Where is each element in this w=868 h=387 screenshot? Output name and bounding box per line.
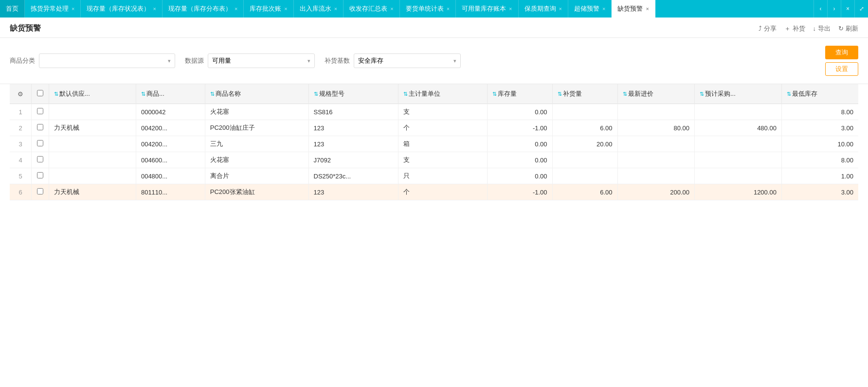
select-all-checkbox[interactable] bbox=[37, 90, 43, 96]
nav-tab-4[interactable]: 库存批次账× bbox=[244, 0, 293, 18]
replenish-action[interactable]: ＋ 补货 bbox=[784, 24, 805, 33]
close-tab-6-icon[interactable]: × bbox=[390, 6, 393, 12]
nav-tab-3[interactable]: 现存量（库存分布表）× bbox=[163, 0, 244, 18]
sort-icon-unit[interactable]: ⇅ bbox=[403, 91, 408, 97]
cell-replenish-1: 6.00 bbox=[552, 120, 617, 136]
cell-replenish-0 bbox=[552, 104, 617, 120]
row-number-1: 2 bbox=[10, 120, 32, 136]
row-select-checkbox-5[interactable] bbox=[37, 188, 43, 194]
cell-min_stock-0: 8.00 bbox=[781, 104, 858, 120]
sort-icon-stock[interactable]: ⇅ bbox=[492, 91, 497, 97]
nav-tab-9[interactable]: 保质期查询× bbox=[519, 0, 568, 18]
table-settings-gear-icon[interactable]: ⚙ bbox=[15, 88, 26, 100]
datasource-select-value: 可用量 bbox=[212, 56, 231, 65]
sort-icon-est_purchase[interactable]: ⇅ bbox=[700, 91, 704, 97]
datasource-filter-group: 数据源 可用量 ▾ bbox=[185, 53, 315, 68]
cell-supplier-2 bbox=[49, 136, 136, 152]
nav-arrows: ‹ › × ⤢ bbox=[814, 0, 868, 18]
share-action[interactable]: ⤴ 分享 bbox=[759, 24, 777, 33]
row-select-checkbox-3[interactable] bbox=[37, 156, 43, 162]
row-select-checkbox-2[interactable] bbox=[37, 140, 43, 146]
sort-icon-min_stock[interactable]: ⇅ bbox=[787, 91, 791, 97]
sort-icon-replenish[interactable]: ⇅ bbox=[558, 91, 562, 97]
close-tab-3-icon[interactable]: × bbox=[235, 6, 237, 12]
refresh-action[interactable]: ↻ 刷新 bbox=[838, 24, 858, 33]
column-header-unit: ⇅主计量单位 bbox=[398, 84, 487, 104]
column-header-supplier: ⇅默认供应... bbox=[49, 84, 136, 104]
nav-tab-5[interactable]: 出入库流水× bbox=[294, 0, 344, 18]
col-label-replenish: 补货量 bbox=[563, 90, 582, 97]
scroll-left-button[interactable]: ‹ bbox=[814, 0, 827, 18]
datasource-select[interactable]: 可用量 ▾ bbox=[208, 53, 315, 68]
cell-unit-0: 支 bbox=[398, 104, 487, 120]
row-select-checkbox-4[interactable] bbox=[37, 172, 43, 178]
replenish-select[interactable]: 安全库存 ▾ bbox=[354, 53, 461, 68]
close-tab-8-icon[interactable]: × bbox=[509, 6, 512, 12]
row-checkbox-4[interactable] bbox=[32, 168, 49, 184]
query-button[interactable]: 查询 bbox=[825, 46, 858, 59]
column-header-stock: ⇅库存量 bbox=[487, 84, 552, 104]
close-tab-5-icon[interactable]: × bbox=[334, 6, 337, 12]
close-tab-11-icon[interactable]: × bbox=[646, 6, 649, 12]
cell-replenish-2: 20.00 bbox=[552, 136, 617, 152]
settings-button[interactable]: 设置 bbox=[825, 62, 858, 76]
close-tab-button[interactable]: × bbox=[841, 0, 854, 18]
category-filter-group: 商品分类 ▾ bbox=[10, 53, 175, 68]
column-header-spec: ⇅规格型号 bbox=[308, 84, 398, 104]
sort-icon-name[interactable]: ⇅ bbox=[210, 91, 215, 97]
category-select[interactable]: ▾ bbox=[39, 53, 175, 68]
close-tab-2-icon[interactable]: × bbox=[153, 6, 156, 12]
column-checkbox-header[interactable] bbox=[32, 84, 49, 104]
close-tab-7-icon[interactable]: × bbox=[447, 6, 450, 12]
cell-est_purchase-2 bbox=[694, 136, 781, 152]
close-tab-4-icon[interactable]: × bbox=[284, 6, 287, 12]
datasource-chevron-icon: ▾ bbox=[307, 58, 310, 64]
row-select-checkbox-0[interactable] bbox=[37, 108, 43, 114]
cell-spec-0: SS816 bbox=[308, 104, 398, 120]
cell-supplier-0 bbox=[49, 104, 136, 120]
cell-code-3: 004600... bbox=[136, 152, 205, 168]
col-label-est_purchase: 预计采购... bbox=[705, 90, 736, 97]
nav-tab-2[interactable]: 现存量（库存状况表）× bbox=[81, 0, 162, 18]
nav-tab-10[interactable]: 超储预警× bbox=[568, 0, 612, 18]
sort-icon-latest_price[interactable]: ⇅ bbox=[623, 91, 627, 97]
cell-latest_price-3 bbox=[617, 152, 694, 168]
table-row: 10000042火花塞SS816支0.008.00 bbox=[10, 104, 858, 120]
table-row: 4004600...火花塞J7092支0.008.00 bbox=[10, 152, 858, 168]
row-select-checkbox-1[interactable] bbox=[37, 124, 43, 130]
col-label-supplier: 默认供应... bbox=[59, 90, 90, 97]
cell-replenish-4 bbox=[552, 168, 617, 184]
table-row: 3004200...三九123箱0.0020.0010.00 bbox=[10, 136, 858, 152]
close-tab-10-icon[interactable]: × bbox=[602, 6, 605, 12]
nav-tab-8[interactable]: 可用量库存账本× bbox=[456, 0, 518, 18]
column-header-replenish: ⇅补货量 bbox=[552, 84, 617, 104]
nav-tab-1[interactable]: 拣货异常处理× bbox=[25, 0, 81, 18]
fullscreen-button[interactable]: ⤢ bbox=[854, 0, 868, 18]
nav-tab-6[interactable]: 收发存汇总表× bbox=[344, 0, 399, 18]
cell-est_purchase-1: 480.00 bbox=[694, 120, 781, 136]
sort-icon-code[interactable]: ⇅ bbox=[141, 91, 145, 97]
nav-tab-0[interactable]: 首页 bbox=[0, 0, 25, 18]
close-tab-1-icon[interactable]: × bbox=[72, 6, 74, 12]
cell-code-1: 004200... bbox=[136, 120, 205, 136]
cell-code-5: 801110... bbox=[136, 184, 205, 200]
cell-name-2: 三九 bbox=[205, 136, 308, 152]
row-checkbox-3[interactable] bbox=[32, 152, 49, 168]
export-action[interactable]: ↓ 导出 bbox=[813, 24, 831, 33]
row-checkbox-0[interactable] bbox=[32, 104, 49, 120]
col-label-name: 商品名称 bbox=[216, 90, 241, 97]
sort-icon-spec[interactable]: ⇅ bbox=[314, 91, 318, 97]
sort-icon-supplier[interactable]: ⇅ bbox=[54, 91, 58, 97]
row-checkbox-5[interactable] bbox=[32, 184, 49, 200]
close-tab-9-icon[interactable]: × bbox=[559, 6, 562, 12]
category-label: 商品分类 bbox=[10, 56, 35, 65]
cell-stock-1: -1.00 bbox=[487, 120, 552, 136]
scroll-right-button[interactable]: › bbox=[827, 0, 841, 18]
row-checkbox-1[interactable] bbox=[32, 120, 49, 136]
row-checkbox-2[interactable] bbox=[32, 136, 49, 152]
nav-tab-11[interactable]: 缺货预警× bbox=[612, 0, 655, 18]
table-row: 6力天机械801110...PC200张紧油缸123个-1.006.00200.… bbox=[10, 184, 858, 200]
table-container: ⚙⇅默认供应...⇅商品...⇅商品名称⇅规格型号⇅主计量单位⇅库存量⇅补货量⇅… bbox=[0, 84, 868, 200]
nav-tab-7[interactable]: 要货单统计表× bbox=[400, 0, 456, 18]
cell-min_stock-5: 3.00 bbox=[781, 184, 858, 200]
